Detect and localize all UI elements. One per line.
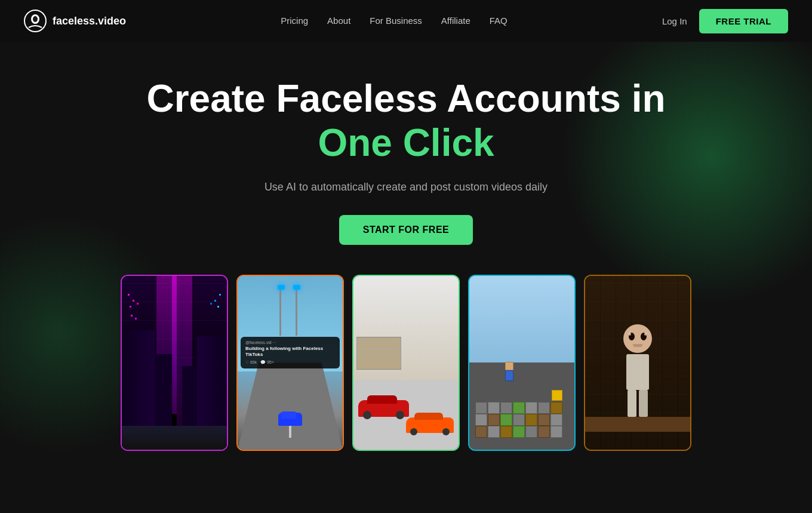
- nav-faq[interactable]: FAQ: [490, 16, 508, 26]
- nav-right: Log In FREE TRIAL: [662, 9, 788, 33]
- hero-title-line1: Create Faceless Accounts in: [146, 78, 665, 119]
- start-for-free-button[interactable]: START FOR FREE: [339, 215, 473, 245]
- video-card-minecraft[interactable]: [468, 275, 576, 451]
- logo-icon: [24, 10, 47, 32]
- nav-affiliate[interactable]: Affiliate: [441, 16, 470, 26]
- video-card-cyberpunk[interactable]: [121, 275, 228, 451]
- logo-link[interactable]: faceless.video: [24, 10, 126, 32]
- card2-handle: @faceless.vid ···: [245, 340, 335, 345]
- video-card-car-track[interactable]: @faceless.vid ··· Building a following w…: [236, 275, 344, 451]
- hero-content: Create Faceless Accounts in One Click Us…: [146, 78, 665, 245]
- free-trial-button[interactable]: FREE TRIAL: [699, 9, 788, 33]
- card2-overlay-title: Building a following with Faceless TikTo…: [245, 346, 335, 358]
- nav-for-business[interactable]: For Business: [370, 16, 422, 26]
- hero-title-line2: One Click: [146, 122, 665, 164]
- svg-point-2: [33, 16, 38, 22]
- video-card-lambos[interactable]: [352, 275, 460, 451]
- card2-comments: 💬 95+: [260, 360, 274, 365]
- login-button[interactable]: Log In: [662, 16, 687, 26]
- video-grid: @faceless.vid ··· Building a following w…: [121, 275, 691, 451]
- nav-about[interactable]: About: [327, 16, 350, 26]
- navbar: faceless.video Pricing About For Busines…: [0, 0, 812, 42]
- video-card-creepy-child[interactable]: [584, 275, 691, 451]
- hero-section: Create Faceless Accounts in One Click Us…: [0, 42, 812, 513]
- nav-links: Pricing About For Business Affiliate FAQ: [281, 16, 508, 26]
- card2-likes: ♡ 89k: [245, 360, 257, 365]
- logo-text: faceless.video: [53, 15, 126, 27]
- hero-subtitle: Use AI to automatically create and post …: [146, 181, 665, 193]
- nav-pricing[interactable]: Pricing: [281, 16, 308, 26]
